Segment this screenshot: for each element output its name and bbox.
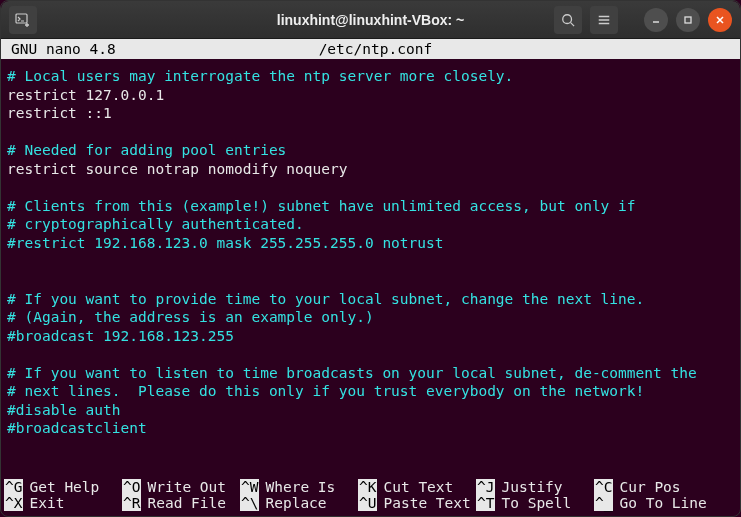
editor-line: #broadcastclient xyxy=(7,419,734,438)
nano-header: GNU nano 4.8 /etc/ntp.conf xyxy=(1,39,740,59)
shortcut-label: Replace xyxy=(265,495,326,511)
nano-file-name: /etc/ntp.conf xyxy=(319,41,433,57)
editor-line: # If you want to provide time to your lo… xyxy=(7,290,734,309)
editor-line xyxy=(7,178,734,197)
footer-shortcut: ^\Replace xyxy=(240,495,358,511)
shortcut-key: ^G xyxy=(4,479,23,495)
editor-area[interactable]: # Local users may interrogate the ntp se… xyxy=(1,59,740,440)
nano-footer: ^GGet Help^OWrite Out^WWhere Is^KCut Tex… xyxy=(4,479,737,511)
shortcut-key: ^T xyxy=(476,495,495,511)
shortcut-label: Get Help xyxy=(29,479,99,495)
editor-line: # next lines. Please do this only if you… xyxy=(7,382,734,401)
footer-row-1: ^GGet Help^OWrite Out^WWhere Is^KCut Tex… xyxy=(4,479,737,495)
maximize-button[interactable] xyxy=(676,8,700,32)
editor-line: restrict source notrap nomodify noquery xyxy=(7,160,734,179)
nano-app-name: GNU nano 4.8 xyxy=(7,41,116,57)
maximize-icon xyxy=(683,15,693,25)
window-title: linuxhint@linuxhint-VBox: ~ xyxy=(277,12,464,28)
close-button[interactable] xyxy=(708,8,732,32)
hamburger-icon xyxy=(597,13,611,27)
footer-shortcut: ^XExit xyxy=(4,495,122,511)
shortcut-key: ^C xyxy=(594,479,613,495)
editor-line xyxy=(7,345,734,364)
footer-row-2: ^XExit^RRead File^\Replace^UPaste Text^T… xyxy=(4,495,737,511)
shortcut-key: ^R xyxy=(122,495,141,511)
search-icon xyxy=(561,13,575,27)
footer-shortcut: ^CCur Pos xyxy=(594,479,712,495)
footer-shortcut: ^OWrite Out xyxy=(122,479,240,495)
shortcut-label: Exit xyxy=(29,495,64,511)
search-button[interactable] xyxy=(554,6,582,34)
editor-line: restrict ::1 xyxy=(7,104,734,123)
shortcut-key: ^_ xyxy=(594,495,613,511)
editor-line: # If you want to listen to time broadcas… xyxy=(7,364,734,383)
editor-line xyxy=(7,123,734,142)
footer-shortcut: ^KCut Text xyxy=(358,479,476,495)
shortcut-key: ^K xyxy=(358,479,377,495)
editor-line: #broadcast 192.168.123.255 xyxy=(7,327,734,346)
shortcut-label: To Spell xyxy=(501,495,571,511)
shortcut-key: ^W xyxy=(240,479,259,495)
editor-line xyxy=(7,271,734,290)
minimize-button[interactable] xyxy=(644,8,668,32)
shortcut-label: Cut Text xyxy=(383,479,453,495)
shortcut-label: Cur Pos xyxy=(619,479,680,495)
shortcut-key: ^O xyxy=(122,479,141,495)
shortcut-label: Read File xyxy=(147,495,226,511)
editor-line: # cryptographically authenticated. xyxy=(7,215,734,234)
menu-button[interactable] xyxy=(590,6,618,34)
svg-rect-0 xyxy=(16,14,27,23)
footer-shortcut: ^JJustify xyxy=(476,479,594,495)
shortcut-key: ^\ xyxy=(240,495,259,511)
close-icon xyxy=(715,15,725,25)
editor-line: # Local users may interrogate the ntp se… xyxy=(7,67,734,86)
footer-shortcut: ^_Go To Line xyxy=(594,495,712,511)
shortcut-label: Go To Line xyxy=(619,495,706,511)
editor-line: # Clients from this (example!) subnet ha… xyxy=(7,197,734,216)
shortcut-key: ^X xyxy=(4,495,23,511)
footer-shortcut: ^WWhere Is xyxy=(240,479,358,495)
footer-shortcut: ^RRead File xyxy=(122,495,240,511)
terminal-plus-icon xyxy=(15,12,31,28)
footer-shortcut: ^TTo Spell xyxy=(476,495,594,511)
editor-line: # (Again, the address is an example only… xyxy=(7,308,734,327)
editor-line xyxy=(7,252,734,271)
footer-shortcut: ^GGet Help xyxy=(4,479,122,495)
editor-line: restrict 127.0.0.1 xyxy=(7,86,734,105)
editor-line: # Needed for adding pool entries xyxy=(7,141,734,160)
shortcut-key: ^U xyxy=(358,495,377,511)
shortcut-label: Where Is xyxy=(265,479,335,495)
editor-line: #restrict 192.168.123.0 mask 255.255.255… xyxy=(7,234,734,253)
titlebar: linuxhint@linuxhint-VBox: ~ xyxy=(1,1,740,39)
shortcut-label: Paste Text xyxy=(383,495,470,511)
editor-line: #disable auth xyxy=(7,401,734,420)
shortcut-label: Justify xyxy=(501,479,562,495)
shortcut-label: Write Out xyxy=(147,479,226,495)
new-tab-button[interactable] xyxy=(9,6,37,34)
shortcut-key: ^J xyxy=(476,479,495,495)
svg-rect-2 xyxy=(685,17,691,23)
minimize-icon xyxy=(651,15,661,25)
footer-shortcut: ^UPaste Text xyxy=(358,495,476,511)
svg-point-1 xyxy=(563,14,572,23)
